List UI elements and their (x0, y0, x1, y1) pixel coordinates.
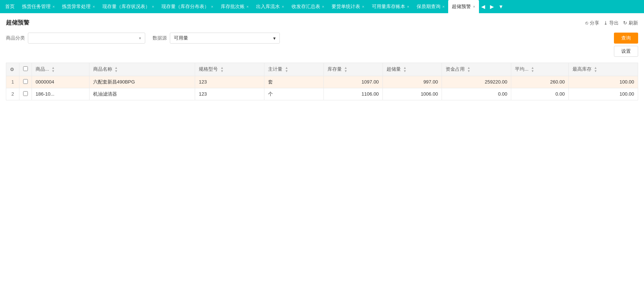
product-code: 186-10... (32, 88, 89, 100)
close-icon[interactable]: × (152, 4, 154, 9)
nav-item-requisition[interactable]: 要货单统计表× (328, 0, 368, 13)
refresh-icon: ↻ (623, 20, 627, 26)
nav-more-arrow[interactable]: ▼ (497, 0, 505, 13)
close-icon[interactable]: × (211, 4, 213, 9)
sort-icon: ▲▼ (114, 66, 118, 73)
close-icon[interactable]: × (442, 4, 444, 9)
row-checkbox-cell[interactable] (19, 76, 32, 88)
col-stock[interactable]: 库存量 ▲▼ (323, 63, 383, 76)
close-icon[interactable]: × (473, 4, 475, 9)
export-button[interactable]: ⤓ 导出 (604, 20, 619, 26)
nav-item-home[interactable]: 首页 (1, 0, 18, 13)
sort-icon: ▲▼ (403, 66, 406, 73)
nav-prev-arrow[interactable]: ◀ (479, 0, 488, 13)
category-label: 商品分类 (6, 35, 25, 41)
share-button[interactable]: ⎋ 分享 (585, 20, 599, 26)
datasource-value: 可用量 (174, 35, 188, 41)
max-stock: 100.00 (568, 76, 638, 88)
col-over-stock[interactable]: 超储量 ▲▼ (383, 63, 442, 76)
page-title: 超储预警 (6, 19, 29, 27)
col-unit[interactable]: 主计量 ▲▼ (264, 63, 323, 76)
stock-qty: 1106.00 (323, 88, 383, 100)
over-stock-qty: 1006.00 (383, 88, 442, 100)
nav-item-stock-dist[interactable]: 现存量（库存分布表）× (158, 0, 217, 13)
avg-price: 260.00 (511, 76, 569, 88)
sort-icon: ▲▼ (531, 66, 534, 73)
product-unit: 套 (264, 76, 323, 88)
product-name: 机油滤清器 (89, 88, 195, 100)
product-name: 六配套新昌490BPG (89, 76, 195, 88)
col-capital[interactable]: 资金占用 ▲▼ (442, 63, 511, 76)
row-checkbox[interactable] (23, 91, 28, 96)
close-icon[interactable]: × (362, 4, 364, 9)
close-icon[interactable]: × (322, 4, 324, 9)
table-header-row: ⚙ 商品... ▲▼ 商品名称 ▲▼ 规格型号 ▲▼ 主计 (6, 63, 638, 76)
row-num: 2 (6, 88, 19, 100)
row-num: 1 (6, 76, 19, 88)
col-product-name[interactable]: 商品名称 ▲▼ (89, 63, 195, 76)
nav-item-flow[interactable]: 出入库流水× (252, 0, 288, 13)
table-row: 2 186-10... 机油滤清器 123 个 1106.00 1006.00 … (6, 88, 638, 100)
col-checkbox (19, 63, 32, 76)
product-spec: 123 (195, 88, 264, 100)
nav-item-task[interactable]: 拣货任务管理× (18, 0, 58, 13)
category-select[interactable]: ▾ (28, 33, 145, 44)
col-spec[interactable]: 规格型号 ▲▼ (195, 63, 264, 76)
close-icon[interactable]: × (407, 4, 409, 9)
settings-button[interactable]: 设置 (614, 46, 638, 57)
filter-row: 商品分类 ▾ 数据源 可用量 ▾ (6, 33, 608, 44)
nav-item-exception[interactable]: 拣货异常处理× (58, 0, 98, 13)
capital-amount: 259220.00 (442, 76, 511, 88)
filter-group-category: 商品分类 ▾ (6, 33, 145, 44)
datasource-select[interactable]: 可用量 ▾ (170, 33, 280, 44)
nav-bar: 首页 拣货任务管理× 拣货异常处理× 现存量（库存状况表）× 现存量（库存分布表… (0, 0, 644, 13)
nav-item-summary[interactable]: 收发存汇总表× (288, 0, 328, 13)
sort-icon: ▲▼ (594, 66, 597, 73)
nav-next-arrow[interactable]: ▶ (488, 0, 497, 13)
max-stock: 100.00 (568, 88, 638, 100)
query-button[interactable]: 查询 (614, 33, 638, 44)
nav-item-overstock[interactable]: 超储预警× (448, 0, 479, 13)
col-max-stock[interactable]: 最高库存 ▲▼ (568, 63, 638, 76)
sort-icon: ▲▼ (285, 66, 288, 73)
sort-icon: ▲▼ (467, 66, 471, 73)
page-header: 超储预警 ⎋ 分享 ⤓ 导出 ↻ 刷新 (6, 19, 638, 27)
stock-qty: 1097.00 (323, 76, 383, 88)
close-icon[interactable]: × (282, 4, 284, 9)
product-spec: 123 (195, 76, 264, 88)
nav-item-batch[interactable]: 库存批次账× (217, 0, 252, 13)
data-table: ⚙ 商品... ▲▼ 商品名称 ▲▼ 规格型号 ▲▼ 主计 (6, 63, 638, 100)
export-icon: ⤓ (604, 20, 608, 26)
chevron-down-icon: ▾ (273, 36, 276, 41)
col-avg[interactable]: 平均... ▲▼ (511, 63, 569, 76)
select-all-checkbox[interactable] (23, 66, 28, 71)
sort-icon: ▲▼ (51, 66, 55, 73)
table-row: 1 0000004 六配套新昌490BPG 123 套 1097.00 997.… (6, 76, 638, 88)
col-product-code[interactable]: 商品... ▲▼ (32, 63, 89, 76)
gear-icon[interactable]: ⚙ (10, 67, 14, 72)
sort-icon: ▲▼ (344, 66, 347, 73)
close-icon[interactable]: × (92, 4, 95, 9)
nav-item-stock-status[interactable]: 现存量（库存状况表）× (99, 0, 158, 13)
capital-amount: 0.00 (442, 88, 511, 100)
row-checkbox[interactable] (23, 79, 28, 84)
nav-item-expiry[interactable]: 保质期查询× (413, 0, 448, 13)
main-content: 超储预警 ⎋ 分享 ⤓ 导出 ↻ 刷新 商品分类 (0, 13, 644, 293)
row-checkbox-cell[interactable] (19, 88, 32, 100)
share-icon: ⎋ (585, 20, 588, 26)
over-stock-qty: 997.00 (383, 76, 442, 88)
header-actions: ⎋ 分享 ⤓ 导出 ↻ 刷新 (585, 20, 638, 26)
close-icon[interactable]: × (52, 4, 55, 9)
product-code: 0000004 (32, 76, 89, 88)
sort-icon: ▲▼ (220, 66, 224, 73)
avg-price: 0.00 (511, 88, 569, 100)
product-unit: 个 (264, 88, 323, 100)
datasource-label: 数据源 (153, 35, 167, 41)
close-icon[interactable]: × (246, 4, 249, 9)
nav-item-available[interactable]: 可用量库存账本× (368, 0, 413, 13)
col-settings[interactable]: ⚙ (6, 63, 19, 76)
chevron-down-icon: ▾ (139, 36, 141, 41)
filter-group-datasource: 数据源 可用量 ▾ (153, 33, 280, 44)
refresh-button[interactable]: ↻ 刷新 (623, 20, 638, 26)
